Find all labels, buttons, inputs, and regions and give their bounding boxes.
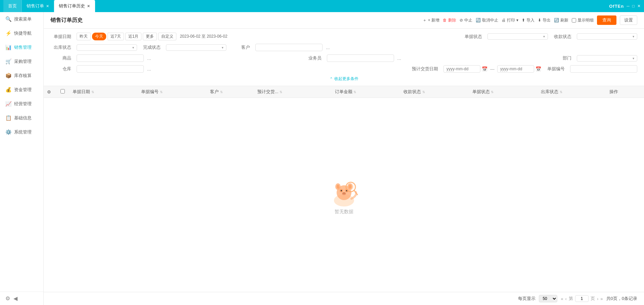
sidebar-item-basic[interactable]: 📋 基础信息 xyxy=(0,111,43,125)
delete-button[interactable]: 🗑 删除 xyxy=(443,17,456,23)
delivery-date-end[interactable] xyxy=(497,65,534,73)
delivery-date-start[interactable] xyxy=(443,65,480,73)
last-page-btn[interactable]: » xyxy=(600,296,603,301)
th-receipt-status-sort-icon[interactable]: ⇅ xyxy=(422,90,425,94)
basic-info-icon: 📋 xyxy=(5,115,11,121)
sidebar-item-inventory[interactable]: 📦 库存核算 xyxy=(0,69,43,83)
settings-button[interactable]: 设置 xyxy=(620,15,637,25)
salesman-dots[interactable]: ... xyxy=(397,55,401,61)
filter-row-2: 出库状态 ▾ 完成状态 ▾ 客户 ... xyxy=(50,44,637,51)
salesman-input[interactable] xyxy=(327,54,394,62)
sidebar-item-search[interactable]: 🔍 搜索菜单 xyxy=(0,12,43,26)
export-button[interactable]: ⬇ 导出 xyxy=(538,17,551,23)
date-1month[interactable]: 近1月 xyxy=(125,33,142,40)
add-button[interactable]: ＋ + 新增 xyxy=(423,17,439,23)
maximize-icon[interactable]: □ xyxy=(632,4,635,8)
th-checkbox[interactable] xyxy=(57,86,69,98)
per-page-select[interactable]: 50 100 200 xyxy=(539,295,557,302)
warehouse-field: ... xyxy=(77,65,409,73)
table-footer: 每页显示 50 100 200 « ‹ 第 页 › » 共0页，0条记录 xyxy=(44,292,644,305)
sidebar-item-purchase[interactable]: 🛒 采购管理 xyxy=(0,54,43,69)
print-button[interactable]: 🖨 打印 ▾ xyxy=(502,17,518,23)
th-no-sort-icon[interactable]: ⇅ xyxy=(160,90,163,94)
goods-input[interactable] xyxy=(77,54,144,62)
minimize-icon[interactable]: ─ xyxy=(627,4,630,8)
goods-dots[interactable]: ... xyxy=(147,55,151,61)
th-date-sort-icon[interactable]: ⇅ xyxy=(91,90,94,94)
sidebar-settings-icon[interactable]: ⚙ xyxy=(5,295,10,302)
cancel-stop-icon: 🔄 xyxy=(476,18,481,23)
th-delivery-sort-icon[interactable]: ⇅ xyxy=(280,90,282,94)
display-detail-check[interactable]: 显示明细 xyxy=(572,17,594,23)
dept-select[interactable]: ▾ xyxy=(577,55,637,62)
table-gear-icon[interactable]: ⚙ xyxy=(47,89,51,94)
sidebar-item-sales-label: 销售管理 xyxy=(14,44,32,50)
warehouse-dots[interactable]: ... xyxy=(147,66,151,72)
date-more[interactable]: 更多 xyxy=(143,33,157,40)
date-yesterday[interactable]: 昨天 xyxy=(77,33,91,40)
outbound-select[interactable]: ▾ xyxy=(77,44,137,51)
th-outbound-status-sort-icon[interactable]: ⇅ xyxy=(560,90,562,94)
cancel-stop-button[interactable]: 🔄 取消中止 xyxy=(476,17,498,23)
filter-row-3: 商品 ... 业务员 ... 部门 ▾ xyxy=(50,54,637,62)
th-doc-status-sort-icon[interactable]: ⇅ xyxy=(491,90,493,94)
warehouse-input[interactable] xyxy=(77,65,144,73)
dept-arrow: ▾ xyxy=(633,56,634,60)
date-today[interactable]: 今天 xyxy=(92,33,106,40)
filter-area: 单据日期 昨天 今天 近7天 近1月 更多 自定义 2023-06-02 至 2… xyxy=(44,29,644,86)
th-amount-sort-icon[interactable]: ⇅ xyxy=(353,90,356,94)
sidebar-item-sales[interactable]: 📊 销售管理 xyxy=(0,40,43,54)
first-page-btn[interactable]: « xyxy=(561,296,563,301)
th-operation-label: 操作 xyxy=(609,89,618,94)
date-7days[interactable]: 近7天 xyxy=(108,33,124,40)
customer-dots[interactable]: ... xyxy=(326,45,330,50)
empty-text: 暂无数据 xyxy=(335,209,353,215)
customer-input[interactable] xyxy=(255,44,323,51)
sidebar-item-quick-nav[interactable]: ⚡ 快捷导航 xyxy=(0,26,43,40)
sidebar-collapse-icon[interactable]: ◀ xyxy=(13,295,17,302)
date-cal-end-icon[interactable]: 📅 xyxy=(535,66,541,72)
page-number-input[interactable] xyxy=(575,295,589,302)
stop-button[interactable]: ⊘ 中止 xyxy=(460,17,472,23)
salesman-label: 业务员 xyxy=(301,55,324,61)
import-button[interactable]: ⬆ 导入 xyxy=(522,17,534,23)
tab-home[interactable]: 首页 xyxy=(3,0,22,12)
toolbar: ＋ + 新增 🗑 删除 ⊘ 中止 🔄 取消中止 🖨 打印 xyxy=(423,15,637,25)
date-custom[interactable]: 自定义 xyxy=(158,33,176,40)
total-records: 共0页，0条记录 xyxy=(606,296,637,302)
order-no-input[interactable] xyxy=(570,65,637,73)
sidebar-item-search-label: 搜索菜单 xyxy=(14,16,32,22)
sidebar-item-basic-label: 基础信息 xyxy=(14,115,32,121)
th-customer-label: 客户 xyxy=(210,89,219,94)
th-customer-sort-icon[interactable]: ⇅ xyxy=(220,90,223,94)
doc-status-select[interactable]: ▾ xyxy=(487,33,548,40)
next-page-btn[interactable]: › xyxy=(597,296,598,301)
sidebar-item-operation-label: 经营管理 xyxy=(14,101,32,107)
th-settings[interactable]: ⚙ xyxy=(44,86,57,98)
display-detail-checkbox[interactable] xyxy=(572,18,576,23)
delivery-date-label: 预计交货日期 xyxy=(412,66,441,72)
sidebar-item-system[interactable]: ⚙️ 系统管理 xyxy=(0,125,43,139)
receipt-status-select[interactable]: ▾ xyxy=(577,33,637,40)
prev-page-btn[interactable]: ‹ xyxy=(565,296,567,301)
complete-select[interactable]: ▾ xyxy=(166,44,226,51)
refresh-icon: 🔃 xyxy=(554,18,559,23)
tab-sales-order[interactable]: 销售订单 ✕ xyxy=(22,0,54,12)
select-all-checkbox[interactable] xyxy=(60,89,65,93)
sidebar-item-finance[interactable]: 💰 资金管理 xyxy=(0,83,43,97)
print-arrow-icon: ▾ xyxy=(516,18,518,23)
export-label: 导出 xyxy=(543,17,551,23)
th-date-label: 单据日期 xyxy=(73,89,90,94)
sidebar-item-operation[interactable]: 📈 经营管理 xyxy=(0,97,43,111)
tab-sales-order-history[interactable]: 销售订单历史 ✕ xyxy=(54,0,95,12)
close-tab-sales-order[interactable]: ✕ xyxy=(46,4,49,8)
query-button[interactable]: 查询 xyxy=(597,15,616,25)
table-area: ⚙ 单据日期 ⇅ 单据编号 ⇅ xyxy=(44,86,644,292)
outbound-label: 出库状态 xyxy=(50,44,74,50)
refresh-button[interactable]: 🔃 刷新 xyxy=(554,17,568,23)
close-tab-history[interactable]: ✕ xyxy=(87,4,90,8)
date-cal-start-icon[interactable]: 📅 xyxy=(482,66,487,72)
svg-point-15 xyxy=(349,185,351,189)
collapse-button[interactable]: ⌃ 收起更多条件 xyxy=(50,76,637,82)
window-close-icon[interactable]: ✕ xyxy=(637,4,641,8)
